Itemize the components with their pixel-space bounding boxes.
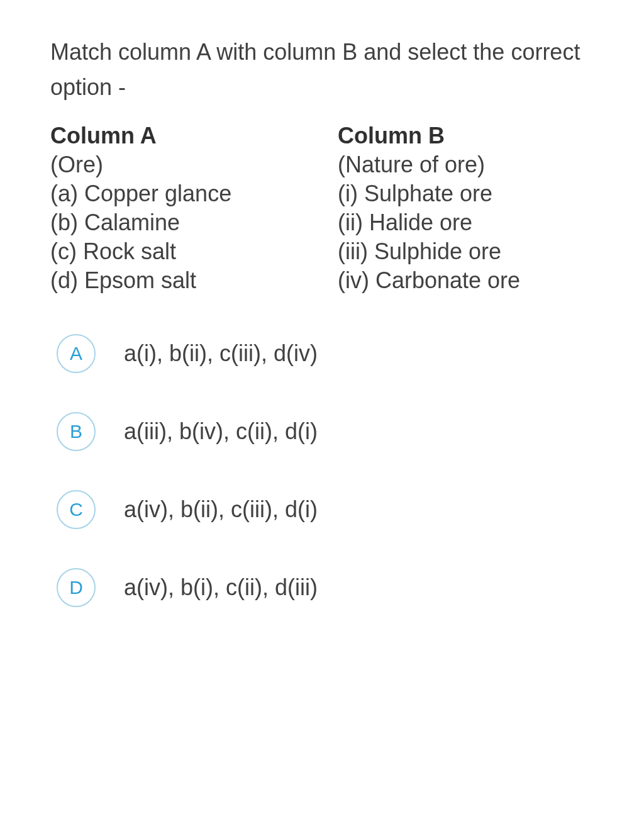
column-b-subheading: (Nature of ore) [338, 152, 606, 178]
column-a: Column A (Ore) (a) Copper glance (b) Cal… [50, 123, 319, 296]
column-a-subheading: (Ore) [50, 152, 319, 178]
option-badge: D [57, 568, 96, 607]
option-a[interactable]: A a(i), b(ii), c(iii), d(iv) [57, 334, 606, 373]
column-b-heading: Column B [338, 123, 606, 149]
option-text: a(iii), b(iv), c(ii), d(i) [124, 418, 318, 445]
option-text: a(i), b(ii), c(iii), d(iv) [124, 340, 318, 367]
column-a-heading: Column A [50, 123, 319, 149]
option-text: a(iv), b(i), c(ii), d(iii) [124, 574, 318, 601]
column-b-item: (iv) Carbonate ore [338, 267, 606, 294]
column-a-item: (b) Calamine [50, 210, 319, 236]
column-a-item: (c) Rock salt [50, 238, 319, 265]
option-badge: B [57, 412, 96, 451]
question-prompt: Match column A with column B and select … [50, 35, 606, 105]
answer-options: A a(i), b(ii), c(iii), d(iv) B a(iii), b… [50, 334, 606, 607]
option-badge: A [57, 334, 96, 373]
option-d[interactable]: D a(iv), b(i), c(ii), d(iii) [57, 568, 606, 607]
column-b-item: (i) Sulphate ore [338, 181, 606, 207]
column-a-item: (a) Copper glance [50, 181, 319, 207]
option-badge: C [57, 490, 96, 529]
column-a-item: (d) Epsom salt [50, 267, 319, 294]
column-b-item: (iii) Sulphide ore [338, 238, 606, 265]
column-b-item: (ii) Halide ore [338, 210, 606, 236]
option-c[interactable]: C a(iv), b(ii), c(iii), d(i) [57, 490, 606, 529]
option-b[interactable]: B a(iii), b(iv), c(ii), d(i) [57, 412, 606, 451]
option-text: a(iv), b(ii), c(iii), d(i) [124, 496, 318, 523]
column-b: Column B (Nature of ore) (i) Sulphate or… [338, 123, 606, 296]
columns-wrapper: Column A (Ore) (a) Copper glance (b) Cal… [50, 123, 606, 296]
